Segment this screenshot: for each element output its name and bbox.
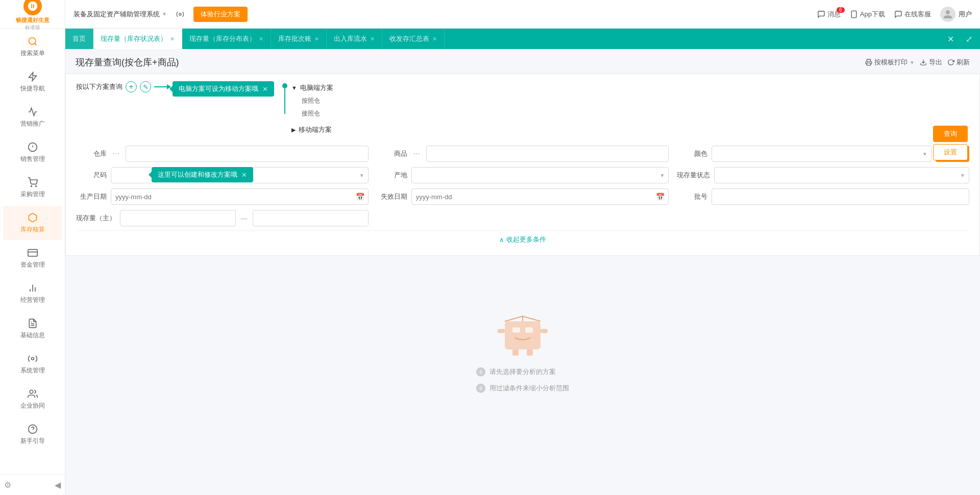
sidebar-logo: 畅捷通好生意 标准版 — [0, 0, 65, 29]
scheme-group-pc-header[interactable]: ▼ 电脑端方案 — [291, 81, 333, 95]
exp-date-calendar-icon[interactable]: 📅 — [656, 193, 665, 201]
prod-date-input[interactable] — [111, 188, 369, 205]
message-btn[interactable]: 消息 6 — [817, 10, 841, 19]
svg-rect-30 — [541, 329, 548, 333]
settings-config-btn[interactable]: 设置 — [933, 144, 968, 160]
tab-stock-status-label: 现存量（库存状况表） — [101, 34, 167, 43]
sidebar-collapse-btn[interactable]: ◀ — [55, 480, 61, 490]
sidebar-item-base-info[interactable]: 基础信息 — [3, 312, 62, 346]
scheme-group-pc: ▼ 电脑端方案 按照仓 接照仓 — [291, 81, 333, 120]
vert-connector — [282, 81, 287, 114]
scheme-group-mobile-header[interactable]: ▶ 移动端方案 — [291, 123, 333, 136]
origin-select[interactable] — [411, 167, 669, 183]
empty-illustration — [489, 301, 556, 357]
tab-batch[interactable]: 库存批次账 ✕ — [271, 29, 327, 49]
svg-point-0 — [29, 38, 35, 44]
tab-summary[interactable]: 收发存汇总表 ✕ — [382, 29, 445, 49]
sidebar-label-marketing: 营销推广 — [20, 120, 45, 128]
tab-inout[interactable]: 出入库流水 ✕ — [327, 29, 382, 49]
stock-max-input[interactable] — [253, 210, 369, 226]
mobile-group-arrow: ▶ — [291, 127, 296, 133]
pc-scheme-item-1[interactable]: 按照仓 — [302, 95, 333, 107]
sidebar-settings-btn[interactable]: ⚙ — [4, 480, 11, 490]
app-download-btn[interactable]: App下载 — [850, 10, 885, 19]
tab-stock-dist[interactable]: 现存量（库存分布表） ✕ — [182, 29, 271, 49]
online-support-btn[interactable]: 在线客服 — [894, 10, 931, 19]
query-btn[interactable]: 查询 — [933, 126, 968, 142]
edit-scheme-btn[interactable]: ✎ — [140, 81, 151, 92]
warehouse-label: 仓库 — [76, 149, 107, 158]
stock-status-select[interactable] — [714, 167, 969, 183]
settings-gear-btn[interactable] — [172, 6, 188, 22]
tab-close-all-btn[interactable]: ✕ — [943, 32, 958, 46]
svg-rect-8 — [28, 249, 37, 256]
message-badge: 6 — [837, 7, 845, 13]
tab-stock-status-close[interactable]: ✕ — [170, 36, 175, 42]
exp-date-input[interactable] — [411, 188, 669, 205]
sidebar-item-finance[interactable]: 资金管理 — [3, 241, 62, 275]
scheme-edit-tooltip-close[interactable]: ✕ — [241, 171, 247, 179]
empty-state: ① 请先选择要分析的方案 ② 用过滤条件来缩小分析范围 — [65, 260, 980, 436]
sidebar-item-purchase[interactable]: 采购管理 — [3, 171, 62, 205]
scheme-tooltip-close[interactable]: ✕ — [262, 86, 268, 92]
sidebar-item-marketing[interactable]: 营销推广 — [3, 100, 62, 134]
sidebar-label-operations: 经营管理 — [20, 296, 45, 304]
tab-home[interactable]: 首页 — [65, 29, 93, 49]
add-scheme-btn[interactable]: + — [126, 81, 137, 92]
chevron-up-icon: ∧ — [499, 236, 504, 244]
empty-hints: ① 请先选择要分析的方案 ② 用过滤条件来缩小分析范围 — [476, 365, 569, 395]
tab-inout-close[interactable]: ✕ — [370, 36, 375, 42]
tab-stock-dist-close[interactable]: ✕ — [259, 36, 263, 42]
topbar: 装备及固定资产辅助管理系统 ▼ 体验行业方案 消息 6 App下载 在线客服 用… — [65, 0, 980, 29]
stock-min-input[interactable] — [120, 210, 236, 226]
goods-dots[interactable]: ··· — [411, 149, 422, 158]
export-btn[interactable]: 导出 — [920, 58, 942, 67]
pc-scheme-item-2[interactable]: 接照仓 — [302, 107, 333, 120]
tab-summary-close[interactable]: ✕ — [432, 36, 437, 42]
tab-inout-label: 出入库流水 — [334, 34, 367, 43]
sidebar: 畅捷通好生意 标准版 搜索菜单 快捷导航 营销推广 — [0, 0, 65, 495]
sidebar-item-sys-mgmt[interactable]: 系统管理 — [3, 347, 62, 381]
sidebar-label-base-info: 基础信息 — [20, 331, 45, 340]
scheme-group-mobile: ▶ 移动端方案 — [291, 123, 333, 136]
user-label: 用户 — [959, 10, 972, 19]
goods-input[interactable] — [426, 146, 669, 162]
export-label: 导出 — [929, 58, 942, 67]
sidebar-label-new-guide: 新手引导 — [20, 437, 45, 445]
svg-rect-28 — [527, 349, 533, 356]
tab-stock-status[interactable]: 现存量（库存状况表） ✕ — [93, 29, 182, 49]
svg-rect-26 — [525, 327, 533, 333]
user-menu[interactable]: 用户 — [940, 7, 972, 22]
empty-hint-2: ② 用过滤条件来缩小分析范围 — [476, 382, 569, 395]
stock-main-label: 现存量（主） — [76, 214, 116, 223]
filter-fields: 仓库 ··· 商品 ··· 颜色 ▼ 查询 尺码 — [76, 146, 969, 226]
sidebar-item-new-guide[interactable]: 新手引导 — [3, 417, 62, 452]
warehouse-dots[interactable]: ··· — [111, 149, 121, 158]
trial-btn[interactable]: 体验行业方案 — [193, 7, 248, 22]
batch-input[interactable] — [712, 188, 969, 205]
sidebar-item-search-menu[interactable]: 搜索菜单 — [3, 30, 62, 64]
template-print-arrow: ▼ — [910, 60, 915, 65]
sidebar-item-enterprise[interactable]: 企业协同 — [3, 382, 62, 416]
warehouse-input[interactable] — [126, 146, 368, 162]
tab-fullscreen-btn[interactable]: ⤢ — [962, 32, 976, 46]
svg-rect-20 — [851, 11, 856, 17]
sidebar-item-quick-nav[interactable]: 快捷导航 — [3, 65, 62, 99]
filter-row-origin: 产地 ▼ — [377, 167, 669, 183]
sidebar-item-operations[interactable]: 经营管理 — [3, 276, 62, 311]
refresh-btn[interactable]: 刷新 — [947, 58, 970, 67]
svg-line-1 — [34, 43, 36, 45]
template-print-label: 按模板打印 — [874, 58, 908, 67]
sidebar-item-inventory[interactable]: 库存核算 — [3, 206, 62, 240]
collapse-bar[interactable]: ∧ 收起更多条件 — [76, 230, 969, 248]
system-title-select[interactable]: 装备及固定资产辅助管理系统 ▼ — [74, 10, 167, 19]
refresh-label: 刷新 — [957, 58, 970, 67]
tab-batch-close[interactable]: ✕ — [314, 36, 319, 42]
main-content: 现存量查询(按仓库+商品) 按模板打印 ▼ 导出 刷新 按以下方案查询 — [65, 49, 980, 495]
color-select[interactable] — [712, 146, 932, 162]
app-download-label: App下载 — [860, 10, 885, 19]
template-print-btn[interactable]: 按模板打印 ▼ — [865, 58, 915, 67]
prod-date-calendar-icon[interactable]: 📅 — [356, 193, 364, 201]
stock-status-label: 现存量状态 — [677, 171, 710, 180]
sidebar-item-sales[interactable]: 销售管理 — [3, 135, 62, 170]
